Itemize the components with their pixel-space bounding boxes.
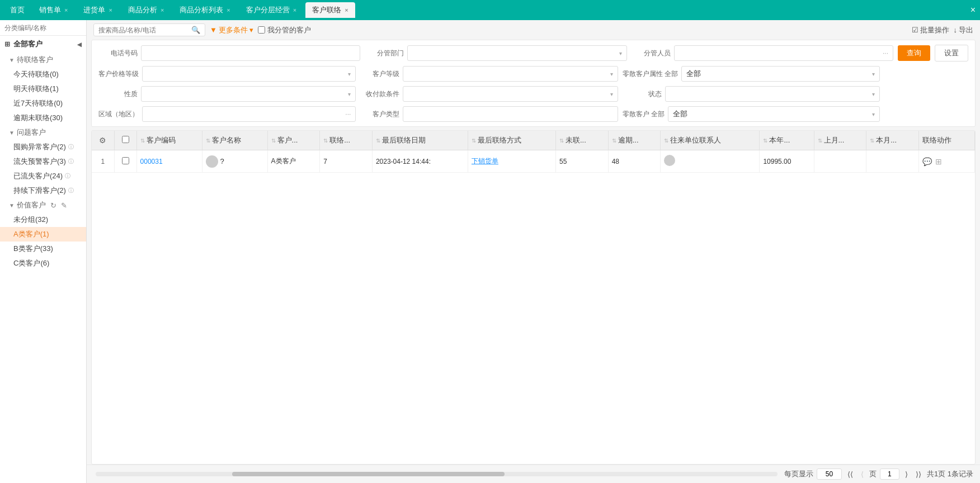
tab-customer-segment[interactable]: 客户分层经营 × (239, 2, 303, 18)
row-this-year: 10995.00 (760, 150, 814, 173)
first-page-btn[interactable]: ⟨⟨ (845, 469, 855, 480)
sidebar-item-declining[interactable]: 持续下滑客户(2) ⓘ (0, 183, 86, 198)
filter-payment-select[interactable]: ▾ (403, 86, 618, 102)
close-window-btn[interactable]: × (970, 5, 976, 15)
table-row: 1 000031 ? A类客户 (92, 150, 975, 173)
sidebar-item-tomorrow-contact[interactable]: 明天待联络(1) (0, 82, 86, 96)
close-sales-tab[interactable]: × (64, 7, 68, 13)
row-last-date: 2023-04-12 14:44: (372, 150, 468, 173)
sidebar-item-7days-contact[interactable]: 近7天待联络(0) (0, 96, 86, 111)
col-contact: ⇅ 联络... (320, 131, 373, 150)
sidebar-item-overdue-contact[interactable]: 逾期未联络(30) (0, 111, 86, 125)
sort-icon-last-method: ⇅ (472, 138, 476, 144)
row-contact: 7 (320, 150, 373, 173)
filter-dept-select[interactable]: ▾ (407, 45, 626, 61)
search-btn[interactable]: 查询 (898, 45, 930, 61)
tab-customer-contact[interactable]: 客户联络 × (305, 2, 355, 18)
close-customer-segment-tab[interactable]: × (293, 7, 296, 13)
close-customer-contact-tab[interactable]: × (345, 7, 348, 13)
filter-price-level-select[interactable]: ▾ (142, 66, 356, 82)
row-code[interactable]: 000031 (136, 150, 202, 173)
filter-person-input[interactable]: ··· (674, 45, 893, 61)
my-customer-checkbox-label[interactable]: 我分管的客户 (258, 25, 311, 35)
filter-cust-level-select[interactable]: ▾ (403, 66, 618, 82)
tab-purchase[interactable]: 进货单 × (77, 2, 119, 18)
row-name[interactable]: ? (202, 150, 267, 173)
filter-cust-type-input[interactable] (403, 106, 618, 122)
collapse-icon[interactable]: ◀ (77, 41, 82, 48)
filter-phone: 电话号码 (98, 45, 360, 61)
my-customer-checkbox[interactable] (258, 26, 265, 34)
nav-home[interactable]: 首页 (4, 5, 30, 15)
person-more-btn[interactable]: ··· (883, 49, 888, 57)
info-icon-1: ⓘ (68, 143, 74, 151)
filter-phone-input[interactable] (141, 45, 360, 61)
per-page-input[interactable] (817, 468, 842, 480)
row-last-month (814, 150, 866, 173)
table-settings-icon[interactable]: ⚙ (99, 136, 106, 145)
page-label: 页 (869, 469, 877, 479)
search-input[interactable] (98, 26, 189, 34)
sidebar-item-class-a[interactable]: A类客户(1) (0, 227, 86, 242)
sort-icon-code: ⇅ (140, 138, 145, 144)
sidebar-item-lost[interactable]: 已流失客户(24) ⓘ (0, 169, 86, 183)
sidebar-item-class-c[interactable]: C类客户(6) (0, 256, 86, 271)
search-submit-icon[interactable]: 🔍 (191, 26, 200, 34)
all-customers-header[interactable]: ⊞ 全部客户 ◀ (0, 36, 86, 53)
next-page-btn[interactable]: ⟩ (903, 469, 910, 480)
filter-row-2: 客户价格等级 ▾ 客户等级 ▾ 零散客户属性 (98, 66, 968, 82)
toolbar-right: ☑ 批量操作 ↓ 导出 (912, 25, 974, 35)
sort-icon-overdue: ⇅ (612, 138, 616, 144)
dept-dropdown-arrow: ▾ (619, 50, 622, 56)
sidebar-search-input[interactable] (4, 24, 87, 32)
tab-product-list[interactable]: 商品分析列表 × (173, 2, 237, 18)
settings-btn[interactable]: 设置 (935, 45, 968, 61)
filter-icon: ▼ (210, 26, 217, 34)
filter-status-select[interactable]: ▾ (665, 86, 880, 102)
filter-retail-attr: 零散客户属性 全部 全部 ▾ (623, 66, 880, 82)
batch-op-btn[interactable]: ☑ 批量操作 (912, 25, 949, 35)
current-page-input[interactable] (880, 468, 899, 480)
sidebar-item-today-contact[interactable]: 今天待联络(0) (0, 67, 86, 82)
main-layout: 🔍 ⊞ 全部客户 ◀ ▼ 待联络客户 今天待联络(0) 明天待联络(1) 近7天… (0, 20, 980, 483)
edit-icon[interactable]: ✎ (61, 201, 67, 210)
export-btn[interactable]: ↓ 导出 (954, 25, 974, 35)
sidebar-item-unclassified[interactable]: 未分组(32) (0, 212, 86, 227)
contact-action-icon[interactable]: 💬 (922, 157, 932, 166)
sidebar-item-loss-warning[interactable]: 流失预警客户(3) ⓘ (0, 154, 86, 169)
close-product-list-tab[interactable]: × (227, 7, 230, 13)
row-last-method[interactable]: 下销货单 (468, 150, 555, 173)
qr-action-icon[interactable]: ⊞ (935, 157, 942, 166)
close-product-analysis-tab[interactable]: × (161, 7, 164, 13)
row-type: A类客户 (267, 150, 320, 173)
filter-retail-label: 零散客户 全部 (623, 110, 665, 119)
bottom-bar: 每页显示 ⟨⟨ ⟨ 页 ⟩ ⟩⟩ 共1页 1条记录 (87, 465, 980, 483)
sidebar-item-abnormal[interactable]: 囤购异常客户(2) ⓘ (0, 140, 86, 154)
row-checkbox[interactable] (122, 157, 129, 164)
section-pending-contact[interactable]: ▼ 待联络客户 (0, 53, 86, 67)
section-problem-customers[interactable]: ▼ 问题客户 (0, 125, 86, 140)
sidebar-item-class-b[interactable]: B类客户(33) (0, 242, 86, 256)
filter-retail-select[interactable]: 全部 ▾ (668, 106, 880, 122)
close-purchase-tab[interactable]: × (109, 7, 112, 13)
refresh-icon[interactable]: ↻ (50, 201, 56, 210)
col-last-date: ⇅ 最后联络日期 (372, 131, 468, 150)
section-value-customers[interactable]: ▼ 价值客户 ↻ ✎ (0, 198, 86, 212)
tab-product-analysis[interactable]: 商品分析 × (121, 2, 171, 18)
filter-region-input[interactable]: ··· (142, 106, 356, 122)
filter-retail-attr-select[interactable]: 全部 ▾ (681, 66, 880, 82)
prev-page-btn[interactable]: ⟨ (859, 469, 866, 480)
customer-avatar (206, 155, 218, 168)
filter-person-label: 分管人员 (632, 49, 671, 58)
horizontal-scrollbar[interactable] (96, 472, 778, 476)
retail-dropdown-arrow: ▾ (872, 111, 875, 117)
search-box: 🔍 (93, 23, 205, 36)
select-all-checkbox[interactable] (122, 136, 129, 143)
last-page-btn[interactable]: ⟩⟩ (913, 469, 924, 480)
tab-sales[interactable]: 销售单 × (32, 2, 74, 18)
filter-nature-select[interactable]: ▾ (141, 86, 356, 102)
sort-icon-type: ⇅ (271, 138, 276, 144)
section-arrow-3: ▼ (9, 202, 15, 209)
region-more-btn[interactable]: ··· (345, 110, 351, 118)
filter-more-btn[interactable]: ▼ 更多条件 ▾ (210, 25, 253, 35)
